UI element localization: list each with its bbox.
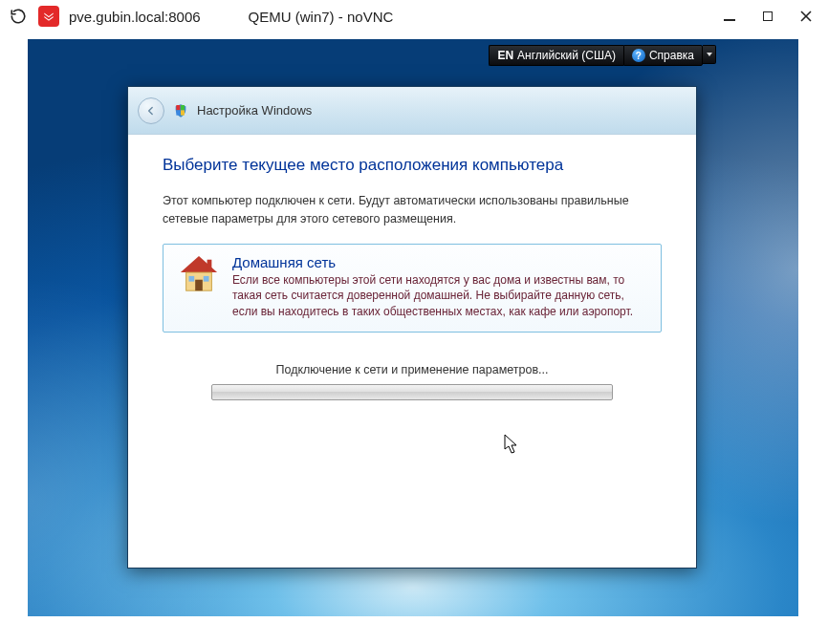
language-code: EN bbox=[497, 49, 513, 62]
help-label: Справка bbox=[649, 49, 694, 62]
home-icon bbox=[177, 254, 221, 294]
site-favicon-icon bbox=[38, 6, 59, 27]
reload-icon[interactable] bbox=[8, 6, 29, 27]
language-bar: EN Английский (США) ? Справка bbox=[489, 45, 716, 66]
svg-rect-10 bbox=[204, 275, 209, 281]
wizard-title: Настройка Windows bbox=[197, 103, 312, 118]
minimize-button[interactable] bbox=[721, 8, 738, 25]
wizard-heading: Выберите текущее место расположения комп… bbox=[163, 156, 662, 175]
network-option-home[interactable]: Домашняя сеть Если все компьютеры этой с… bbox=[163, 244, 662, 333]
svg-rect-9 bbox=[189, 275, 195, 281]
page-title: QEMU (win7) - noVNC bbox=[249, 9, 394, 25]
progress-bar bbox=[211, 384, 613, 400]
help-button[interactable]: ? Справка bbox=[623, 45, 703, 66]
window-controls bbox=[721, 8, 815, 25]
svg-rect-5 bbox=[181, 110, 185, 115]
shield-icon bbox=[172, 102, 189, 119]
status-text: Подключение к сети и применение параметр… bbox=[163, 363, 662, 376]
language-indicator[interactable]: EN Английский (США) bbox=[489, 45, 622, 66]
close-button[interactable] bbox=[797, 8, 815, 25]
back-button[interactable] bbox=[138, 97, 164, 124]
language-name: Английский (США) bbox=[517, 49, 616, 62]
help-icon: ? bbox=[632, 49, 645, 62]
wizard-body: Выберите текущее место расположения комп… bbox=[128, 135, 696, 419]
windows-setup-wizard: Настройка Windows Выберите текущее место… bbox=[127, 86, 697, 569]
svg-rect-2 bbox=[176, 105, 180, 110]
svg-rect-11 bbox=[207, 259, 212, 269]
vnc-viewport: EN Английский (США) ? Справка Настройка … bbox=[28, 39, 798, 616]
svg-rect-3 bbox=[181, 105, 185, 110]
svg-rect-4 bbox=[176, 110, 180, 115]
maximize-button[interactable] bbox=[759, 8, 776, 25]
wizard-info-text: Этот компьютер подключен к сети. Будут а… bbox=[163, 192, 662, 228]
language-options-button[interactable] bbox=[703, 45, 716, 64]
network-option-desc: Если все компьютеры этой сети находятся … bbox=[232, 272, 647, 320]
wizard-header: Настройка Windows bbox=[128, 87, 696, 135]
svg-rect-8 bbox=[195, 279, 203, 290]
network-option-title: Домашняя сеть bbox=[232, 254, 647, 270]
url-text[interactable]: pve.gubin.local:8006 bbox=[69, 9, 201, 25]
browser-toolbar: pve.gubin.local:8006 QEMU (win7) - noVNC bbox=[0, 0, 828, 32]
